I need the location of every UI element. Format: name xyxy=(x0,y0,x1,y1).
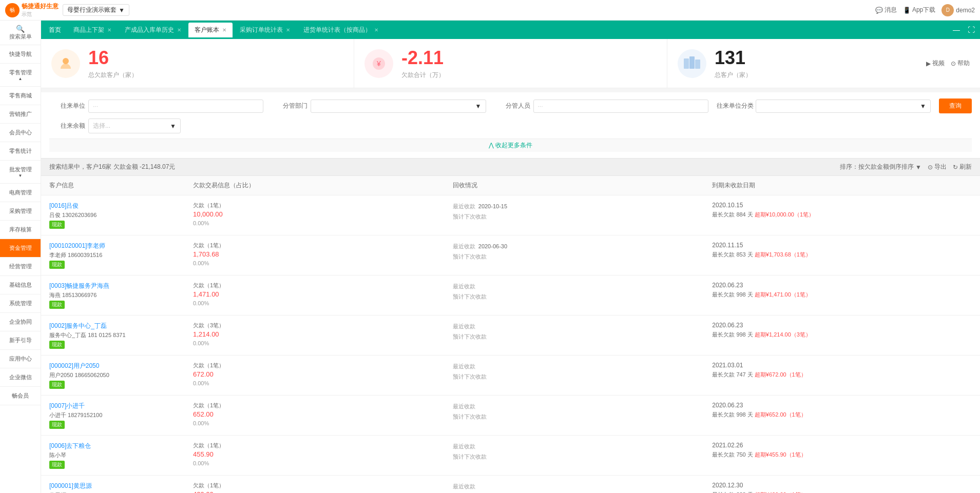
customer-name-link[interactable]: [0001020001]李老师 xyxy=(49,242,105,249)
unit-class-label: 往来单位分类 xyxy=(717,102,753,110)
sidebar-item-quick-nav[interactable]: 快捷导航 xyxy=(0,45,41,64)
tab-customer-account-close[interactable]: ✕ xyxy=(222,27,226,33)
help-btn[interactable]: ⊙ 帮助 xyxy=(951,59,970,68)
debt-info: 欠款（1笔） xyxy=(193,362,453,369)
overdue-date: 2021.03.01 xyxy=(712,362,972,369)
debt-info: 欠款（1笔） xyxy=(193,202,453,209)
overdue-link[interactable]: 超期¥10,000.00（1笔） xyxy=(755,211,814,218)
customer-name-link[interactable]: [0007]小进千 xyxy=(49,402,85,409)
refresh-btn[interactable]: ↻ 刷新 xyxy=(953,163,972,171)
collapse-filter-btn[interactable]: ⋀ 收起更多条件 xyxy=(49,139,972,152)
overdue-cell: 2021.03.01 最长欠款 747 天 超期¥672.00（1笔） xyxy=(712,362,972,379)
user-area[interactable]: D demo2 xyxy=(941,4,975,16)
recovery-info: 最近收款 预计下次收款 xyxy=(453,362,713,382)
svg-rect-5 xyxy=(695,60,700,69)
sidebar-item-new-guide[interactable]: 新手引导 xyxy=(0,331,41,350)
customer-name-link[interactable]: [0003]畅捷服务尹海燕 xyxy=(49,282,109,289)
sidebar-item-zero-stats[interactable]: 零售统计 xyxy=(0,142,41,161)
balance-select[interactable]: 选择... ▼ xyxy=(88,119,181,133)
tab-product-history-close[interactable]: ✕ xyxy=(177,27,181,33)
sidebar-item-finance-mgmt[interactable]: 资金管理 xyxy=(0,239,41,258)
sidebar-item-zero-retail-mgmt[interactable]: 零售管理 ▲ xyxy=(0,64,41,87)
export-btn[interactable]: ⊙ 导出 xyxy=(928,163,947,171)
sidebar-item-marketing[interactable]: 营销推广 xyxy=(0,105,41,124)
tab-home[interactable]: 首页 xyxy=(44,23,66,37)
app-download-btn[interactable]: 📱 App下载 xyxy=(903,6,935,14)
svg-text:¥: ¥ xyxy=(376,60,381,68)
view-video-btn[interactable]: ▶ 视频 xyxy=(926,59,945,68)
minimize-window-btn[interactable]: — xyxy=(950,25,963,35)
unit-class-select[interactable]: ▼ xyxy=(756,100,931,113)
sort-selector[interactable]: 排序：按欠款金额倒序排序 ▼ xyxy=(840,163,921,171)
recovery-cell: 最近收款 2020-06-30 预计下次收款 xyxy=(453,242,713,262)
person-label: 分管人员 xyxy=(494,102,530,110)
debt-amount: 1,471.00 xyxy=(193,290,453,298)
sidebar-item-batch-mgmt[interactable]: 批发管理 ▼ xyxy=(0,161,41,184)
sidebar-item-member-center[interactable]: 会员中心 xyxy=(0,124,41,142)
customer-name-link[interactable]: [000002]用户2050 xyxy=(49,362,99,369)
sidebar-item-purchase-mgmt[interactable]: 采购管理 xyxy=(0,202,41,221)
sidebar-item-stock-check[interactable]: 库存核算 xyxy=(0,221,41,239)
query-button[interactable]: 查询 xyxy=(939,98,972,113)
sidebar-item-app-center[interactable]: 应用中心 xyxy=(0,350,41,368)
sidebar-item-system-mgmt[interactable]: 系统管理 xyxy=(0,294,41,313)
stats-bar: 16 总欠款客户（家） ¥ -2.11 欠款合计（万） xyxy=(41,39,980,88)
tab-purchase-stats-close[interactable]: ✕ xyxy=(286,27,290,33)
overdue-link[interactable]: 超期¥1,703.68（1笔） xyxy=(755,251,811,258)
customer-tag: 现款 xyxy=(49,261,65,269)
debt-info-cell: 欠款（1笔） 672.00 0.00% xyxy=(193,362,453,386)
sidebar-item-enterprise-collab[interactable]: 企业协同 xyxy=(0,313,41,331)
customer-name-link[interactable]: [000001]黄思源 xyxy=(49,482,92,489)
message-btn[interactable]: 💬 消息 xyxy=(875,6,897,14)
maximize-window-btn[interactable]: ⛶ xyxy=(965,25,977,35)
tab-product-shelf-close[interactable]: ✕ xyxy=(107,27,111,33)
tab-purchase-stats[interactable]: 采购订单统计表 ✕ xyxy=(234,23,296,37)
customer-name-link[interactable]: [0016]吕俊 xyxy=(49,202,79,209)
sidebar-item-free-member[interactable]: 畅会员 xyxy=(0,387,41,405)
source-unit-input[interactable]: ··· xyxy=(88,100,263,113)
tab-customer-account[interactable]: 客户账本 ✕ xyxy=(188,23,233,37)
sidebar-item-enterprise-wechat[interactable]: 企业微信 xyxy=(0,368,41,387)
overdue-link[interactable]: 超期¥672.00（1笔） xyxy=(755,371,806,378)
overdue-cell: 2020.06.23 最长欠款 998 天 超期¥1,471.00（1笔） xyxy=(712,282,972,299)
dept-select[interactable]: ▼ xyxy=(311,100,486,113)
sidebar-search-btn[interactable]: 🔍 搜索菜单 xyxy=(0,21,41,45)
sidebar-item-zero-retail-mall[interactable]: 零售商城 xyxy=(0,87,41,105)
table-row: [000001]黄思源 黄思源 13552700226 现款 欠款（1笔） 42… xyxy=(41,476,980,493)
debt-amount: 1,214.00 xyxy=(193,330,453,338)
recovery-cell: 最近收款 预计下次收款 xyxy=(453,482,713,493)
content-area: 首页 商品上下架 ✕ 产成品入库单历史 ✕ 客户账本 ✕ 采购订单统计表 ✕ 进… xyxy=(41,21,980,493)
sidebar-item-basic-info[interactable]: 基础信息 xyxy=(0,276,41,294)
overdue-link[interactable]: 超期¥1,471.00（1笔） xyxy=(755,291,811,298)
overdue-link[interactable]: 超期¥455.90（1笔） xyxy=(755,451,806,458)
col-header-customer: 客户信息 xyxy=(49,181,193,190)
stat-debt-customers-value: 16 xyxy=(88,47,138,69)
customer-name-link[interactable]: [0006]去下粮仓 xyxy=(49,442,91,449)
tab-purchase-stats2[interactable]: 进货单统计表（按商品） ✕ xyxy=(297,23,385,37)
customer-name-link[interactable]: [0002]服务中心_丁磊 xyxy=(49,322,107,329)
stat-total-customers-icon xyxy=(678,49,706,78)
store-selector[interactable]: 母婴行业演示账套 ▼ xyxy=(63,4,129,16)
overdue-link[interactable]: 超期¥652.00（1笔） xyxy=(755,411,806,418)
customer-phone: 吕俊 13026203696 xyxy=(49,211,193,219)
sidebar-item-ops-mgmt[interactable]: 经营管理 xyxy=(0,258,41,276)
recovery-cell: 最近收款 预计下次收款 xyxy=(453,402,713,422)
col-header-debt: 欠款交易信息（占比） xyxy=(193,181,453,190)
tab-product-history[interactable]: 产成品入库单历史 ✕ xyxy=(119,23,187,37)
customer-phone: 李老师 18600391516 xyxy=(49,251,193,259)
overdue-link[interactable]: 超期¥1,214.00（3笔） xyxy=(755,331,811,338)
person-input[interactable]: ··· xyxy=(533,100,708,113)
overdue-date: 2020.11.15 xyxy=(712,242,972,249)
overdue-days: 最长欠款 998 天 超期¥1,214.00（3笔） xyxy=(712,331,972,339)
recovery-cell: 最近收款 预计下次收款 xyxy=(453,362,713,382)
main-wrapper: 🔍 搜索菜单 快捷导航 零售管理 ▲ 零售商城 营销推广 会员中心 零售统计 批… xyxy=(0,21,980,493)
overdue-days: 最长欠款 808 天 超期¥429.00（1笔） xyxy=(712,491,972,493)
sidebar-item-ecommerce[interactable]: 电商管理 xyxy=(0,184,41,202)
video-icon: ▶ xyxy=(926,60,931,67)
overdue-date: 2020.12.30 xyxy=(712,482,972,489)
debt-info: 欠款（3笔） xyxy=(193,322,453,329)
app-name: 畅捷通好生意 xyxy=(22,2,59,11)
tab-product-shelf[interactable]: 商品上下架 ✕ xyxy=(67,23,118,37)
recovery-info: 最近收款 2020-10-15 预计下次收款 xyxy=(453,202,713,222)
tab-purchase-stats2-close[interactable]: ✕ xyxy=(374,27,378,33)
